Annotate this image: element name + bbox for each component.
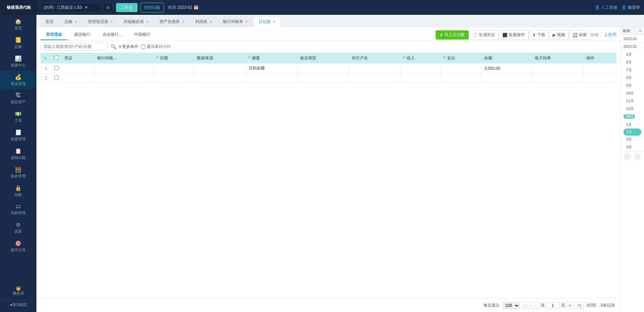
first-page-button[interactable]: |< xyxy=(522,302,531,309)
user-avatar-icon: 👤 xyxy=(621,5,626,10)
tab-journal[interactable]: 日记账 ✕ xyxy=(254,17,281,27)
today-subtotal-checkbox-label[interactable]: 显示本日小计 xyxy=(141,44,171,50)
import-journal-button[interactable]: ⬆ 导入日记账 xyxy=(436,30,469,39)
select-all-checkbox[interactable] xyxy=(54,56,59,60)
col-pay-type: 收支类型 xyxy=(297,53,349,63)
date-month-8[interactable]: 8月 xyxy=(621,74,644,82)
row-2-checkbox[interactable] xyxy=(52,74,62,83)
batch-operation-button[interactable]: ⬛ 批量操作 xyxy=(499,30,529,40)
tab-home[interactable]: 首页 xyxy=(40,17,59,27)
sidebar-item-close[interactable]: 🔒 结账 xyxy=(0,181,36,200)
col-action: 操作 xyxy=(584,53,616,63)
column-settings-icon[interactable]: ⚙ xyxy=(43,56,47,61)
refresh-button[interactable]: 🔄 刷新 xyxy=(569,30,591,40)
tab-receivable-close-icon[interactable]: ✕ xyxy=(146,20,149,24)
page-number-input[interactable] xyxy=(546,302,560,309)
sub-tab-zhongguo[interactable]: 中国银行 xyxy=(129,30,156,40)
search-input[interactable] xyxy=(40,42,108,51)
more-filter-button[interactable]: ▾ 更多条件 xyxy=(119,44,138,50)
sub-tab-jianshe-label: 建设银行 xyxy=(74,32,90,37)
last-page-button[interactable]: >| xyxy=(575,302,583,309)
date-month-4[interactable]: 4月 xyxy=(621,143,644,151)
date-month-1[interactable]: 1月 xyxy=(621,121,644,129)
date-month-2-active[interactable]: 2月 xyxy=(623,129,641,136)
prev-page-button[interactable]: < xyxy=(532,302,539,309)
pagination: |< < 第 页 > >| xyxy=(522,302,584,309)
tab-assets[interactable]: 资产负债表 ✕ xyxy=(154,17,189,27)
date-month-9[interactable]: 9月 xyxy=(621,82,644,89)
col-balance: 余额 xyxy=(481,53,532,63)
date-year-item-top1[interactable]: 2023.02 xyxy=(621,35,644,43)
generate-voucher-button[interactable]: 📄 生成凭证 xyxy=(469,30,499,40)
date-month-7[interactable]: 7月 xyxy=(621,66,644,74)
sidebar-item-ledger[interactable]: 📒 总账 xyxy=(0,33,36,52)
table-header-row: ⚙ 凭证 银行对账... 日期 xyxy=(41,53,616,63)
ledger-icon: 📒 xyxy=(15,37,22,43)
per-page-select[interactable]: 100 50 200 xyxy=(502,302,520,309)
tab-ledger-label: 总账 xyxy=(64,19,72,25)
tab-bank-close-icon[interactable]: ✕ xyxy=(245,20,248,24)
date-next-button[interactable]: ↓ xyxy=(634,153,641,160)
tab-status-close-icon[interactable]: ✕ xyxy=(110,20,113,24)
sub-tab-nongye[interactable]: 农业银行... xyxy=(97,30,127,40)
switch-version-button[interactable]: 切到旧版 xyxy=(140,3,164,12)
period-calendar-icon[interactable]: 📅 xyxy=(194,5,199,10)
tab-journal-close-icon[interactable]: ✕ xyxy=(273,20,275,24)
sidebar-item-settings[interactable]: ⚙ 设置 xyxy=(0,218,36,237)
workbench-button[interactable]: 工作台 xyxy=(116,3,138,12)
search-icon[interactable]: 🔍 xyxy=(111,44,116,49)
current-year-badge: 2023 xyxy=(623,114,635,119)
sidebar-item-archive[interactable]: 🗂 归档管理 xyxy=(0,200,36,218)
date-current-year[interactable]: 2023 xyxy=(621,113,644,121)
date-month-11[interactable]: 11月 xyxy=(621,97,644,105)
sidebar-item-vip[interactable]: 👑 畅会员 xyxy=(0,283,36,299)
sidebar-item-report[interactable]: 📊 报表中心 xyxy=(0,52,36,70)
date-month-10[interactable]: 10月 xyxy=(621,89,644,97)
date-panel-title: 账期 xyxy=(623,28,630,33)
date-month-5[interactable]: 5月 xyxy=(621,51,644,58)
download-button[interactable]: ⬇ 下载 xyxy=(529,30,549,40)
sidebar-item-assets-mgmt[interactable]: 💰 资金管理 xyxy=(0,70,36,89)
date-month-12[interactable]: 12月 xyxy=(621,105,644,113)
col-settings[interactable]: ⚙ xyxy=(41,53,52,63)
tab-profit[interactable]: 利润表 ✕ xyxy=(190,17,217,27)
customer-service[interactable]: 👤 人工客服 xyxy=(595,5,617,10)
tab-status[interactable]: 经营状况表 ✕ xyxy=(83,17,118,27)
unfix-label: ◄取消固定 xyxy=(9,302,28,307)
next-page-button[interactable]: > xyxy=(566,302,574,309)
today-subtotal-checkbox[interactable] xyxy=(141,45,145,49)
sidebar-item-home[interactable]: 🏠 首页 xyxy=(0,15,36,33)
date-month-6[interactable]: 6月 xyxy=(621,58,644,66)
sub-tab-cash[interactable]: 库存现金 xyxy=(40,30,67,40)
copy-button[interactable]: ⧉ xyxy=(103,3,113,12)
sidebar-item-fixed-assets[interactable]: 🏗 固定资产 xyxy=(0,89,36,107)
row-1-income xyxy=(401,63,441,74)
sidebar-item-payroll[interactable]: 💵 工资 xyxy=(0,107,36,126)
date-panel-close-button[interactable]: ✕ xyxy=(639,29,642,33)
date-nav: ↑ ↓ xyxy=(621,151,644,162)
date-year-item-top2[interactable]: 2023.02 xyxy=(621,43,644,51)
row-1-checkbox[interactable] xyxy=(52,63,62,74)
sidebar-item-invoice[interactable]: 🧾 发票管理 xyxy=(0,126,36,144)
assets-mgmt-icon: 💰 xyxy=(15,74,22,80)
unfix-button[interactable]: ◄取消固定 xyxy=(0,300,36,309)
tab-assets-close-icon[interactable]: ✕ xyxy=(182,20,184,24)
date-month-3[interactable]: 3月 xyxy=(621,136,644,143)
sub-tab-jianshe[interactable]: 建设银行 xyxy=(69,30,96,40)
copy-icon: ⧉ xyxy=(107,5,110,10)
date-prev-button[interactable]: ↑ xyxy=(623,153,631,160)
sidebar-item-newbie[interactable]: 🎯 新手引导 xyxy=(0,237,36,255)
tab-ledger-close-icon[interactable]: ✕ xyxy=(75,20,77,24)
user-menu[interactable]: 👤 徐滢华 xyxy=(621,5,640,10)
tab-receivable[interactable]: 应收账款表 ✕ xyxy=(119,17,154,27)
col-source: 数据来源 xyxy=(194,53,246,63)
tab-bank[interactable]: 银行对账单 ✕ xyxy=(218,17,253,27)
row-2-expense xyxy=(441,74,481,83)
col-checkbox[interactable] xyxy=(52,53,62,63)
tab-profit-close-icon[interactable]: ✕ xyxy=(209,20,212,24)
sidebar-item-tax[interactable]: 🧮 税务管理 xyxy=(0,163,36,181)
tab-ledger[interactable]: 总账 ✕ xyxy=(59,17,82,27)
company-select[interactable]: (勿用）江西超宝-LSS ▼ xyxy=(40,3,101,12)
sidebar-item-sales[interactable]: 📋 进销台账 xyxy=(0,144,36,163)
video-button[interactable]: ▶ 视频 xyxy=(549,30,569,40)
